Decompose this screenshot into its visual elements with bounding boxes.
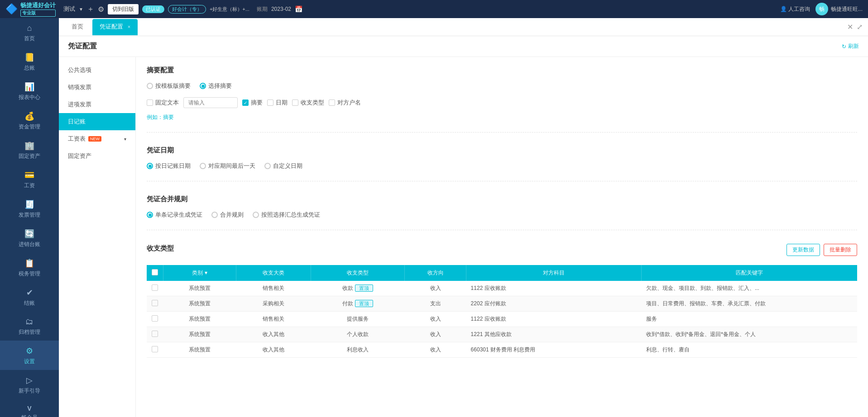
inner-layout: 公共选项 销项发票 进项发票 日记账 工资表 NEW ▾ 固定资产: [59, 57, 868, 417]
sidebar-item-settings[interactable]: ⚙ 设置: [0, 341, 59, 370]
cell-subject-4: 660301 财务费用 利息费用: [466, 342, 642, 358]
refresh-btn[interactable]: ↻ 刷新: [842, 43, 859, 50]
cell-keywords-0: 欠款、现金、项目款、到款、报销款、汇入、...: [642, 281, 857, 296]
sidebar-item-guide[interactable]: ▷ 新手引导: [0, 370, 59, 399]
cell-type-2: 提供服务: [311, 312, 405, 327]
logo: 🔷 畅捷通好会计 专业版: [5, 1, 60, 17]
cell-direction-2: 收入: [405, 312, 466, 327]
checkbox-counterparty[interactable]: 对方户名: [329, 99, 361, 107]
sidebar-item-label: 新手引导: [19, 387, 40, 395]
period-value: 2023-02: [271, 6, 291, 12]
sidebar-item-reports[interactable]: 📊 报表中心: [0, 76, 59, 106]
sidebar-item-label: 总账: [24, 64, 35, 72]
radio-template-summary[interactable]: 按模板版摘要: [147, 82, 191, 90]
sidebar-item-label: 工资: [24, 182, 35, 190]
date-section: 凭证日期 按日记账日期 对应期间最后一天 自定义日期: [147, 146, 857, 181]
cell-subject-3: 1221 其他应收款: [466, 327, 642, 342]
checkbox-payment-type[interactable]: 收支类型: [292, 99, 324, 107]
sidebar-item-payroll[interactable]: 💳 工资: [0, 165, 59, 194]
switch-old-btn[interactable]: 切到旧版: [108, 4, 139, 14]
checkbox-date[interactable]: 日期: [267, 99, 288, 107]
cell-keywords-3: 收到*借款、收到*备用金、退回*备用金、个人: [642, 327, 857, 342]
radio-daily-date[interactable]: 按日记账日期: [147, 162, 191, 170]
username[interactable]: 畅捷通旺旺...: [831, 5, 863, 13]
settlement-icon: ✔: [26, 288, 33, 298]
sidebar-item-label: 畅会员: [21, 414, 38, 417]
sidebar-item-ledger[interactable]: 📒 总账: [0, 47, 59, 76]
refresh-icon: ↻: [842, 43, 846, 50]
cell-subject-1: 2202 应付账款: [466, 296, 642, 312]
radio-circle-period: [200, 163, 206, 169]
fixed-assets-icon: 🏢: [24, 141, 34, 151]
add-icon[interactable]: ＋: [87, 5, 94, 14]
certified-badge: 已认证: [142, 5, 164, 13]
archive-icon: 🗂: [25, 317, 34, 327]
tab-close-icon[interactable]: ×: [128, 24, 130, 29]
row-checkbox-4[interactable]: [152, 346, 158, 352]
select-all-checkbox[interactable]: [152, 269, 158, 275]
sidebar-item-tax[interactable]: 📋 税务管理: [0, 253, 59, 282]
checkbox-box-counterparty: [329, 100, 335, 106]
sidebar-item-capital[interactable]: 💰 资金管理: [0, 106, 59, 135]
sidebar-item-archive[interactable]: 🗂 归档管理: [0, 312, 59, 341]
checkbox-box-date: [267, 100, 273, 106]
left-nav-public[interactable]: 公共选项: [59, 62, 135, 79]
payment-table: 类别 ▾ 收支大类 收支类型 收方向 对方科目 匹配关键字 系统预置 销售相关 …: [147, 265, 857, 358]
radio-custom-date[interactable]: 自定义日期: [264, 162, 302, 170]
summary-radio-group: 按模板版摘要 选择摘要: [147, 82, 857, 90]
left-nav-sales-invoice[interactable]: 销项发票: [59, 79, 135, 96]
left-nav-fixed-assets[interactable]: 固定资产: [59, 147, 135, 165]
cell-category-4: 系统预置: [163, 342, 236, 358]
sidebar-item-home[interactable]: ⌂ 首页: [0, 18, 59, 47]
cell-major-3: 收入其他: [236, 327, 311, 342]
purchase-icon: 🔄: [24, 229, 34, 239]
member-icon: V: [27, 405, 31, 412]
left-nav-daily-ledger[interactable]: 日记账: [59, 113, 135, 130]
sidebar-item-settlement[interactable]: ✔ 结账: [0, 282, 59, 312]
close-all-tabs-icon[interactable]: ✕: [847, 23, 853, 31]
service-btn[interactable]: 👤 人工咨询: [780, 5, 810, 13]
company-dropdown-icon[interactable]: ▼: [79, 7, 83, 12]
cell-direction-4: 收入: [405, 342, 466, 358]
fixed-text-input[interactable]: [183, 97, 238, 108]
radio-summary-gen[interactable]: 按照选择汇总生成凭证: [253, 211, 320, 219]
radio-select-summary[interactable]: 选择摘要: [200, 82, 232, 90]
sidebar-item-label: 发票管理: [19, 211, 40, 219]
tab-home[interactable]: 首页: [64, 19, 91, 35]
radio-period-last[interactable]: 对应期间最后一天: [200, 162, 255, 170]
settings-icon[interactable]: ⚙: [98, 5, 104, 14]
haoshengyi-badge: +好生意（标）+...: [210, 6, 249, 13]
batch-delete-btn[interactable]: 批量删除: [824, 244, 857, 256]
tab-voucher-config[interactable]: 凭证配置 ×: [92, 19, 138, 35]
left-nav-payroll-table[interactable]: 工资表 NEW ▾: [59, 130, 135, 147]
row-checkbox-2[interactable]: [152, 315, 158, 322]
calendar-icon[interactable]: 📅: [295, 5, 302, 13]
period-label: 账期: [257, 5, 268, 13]
type-tag-0: 置顶: [355, 284, 373, 292]
left-nav-purchase-invoice[interactable]: 进项发票: [59, 96, 135, 113]
radio-circle-template: [147, 83, 153, 89]
row-checkbox-0[interactable]: [152, 284, 158, 291]
sidebar-item-purchase-sales[interactable]: 🔄 进销台账: [0, 223, 59, 253]
checkbox-fixed-text[interactable]: 固定文本: [147, 99, 179, 107]
col-category: 类别 ▾: [163, 265, 236, 281]
guide-icon: ▷: [26, 375, 33, 385]
capital-icon: 💰: [24, 111, 34, 121]
sidebar-item-invoice[interactable]: 🧾 发票管理: [0, 194, 59, 223]
checkbox-summary[interactable]: ✓ 摘要: [242, 99, 263, 107]
col-type: 收支类型: [311, 265, 405, 281]
company-name[interactable]: 测试: [63, 5, 75, 13]
table-row: 系统预置 收入其他 利息收入 收入 660301 财务费用 利息费用 利息、行转…: [147, 342, 857, 358]
row-checkbox-1[interactable]: [152, 300, 158, 306]
radio-merge-rule[interactable]: 合并规则: [211, 211, 244, 219]
row-checkbox-3[interactable]: [152, 331, 158, 337]
cell-direction-3: 收入: [405, 327, 466, 342]
sidebar-item-member[interactable]: V 畅会员: [0, 399, 59, 417]
radio-single-voucher[interactable]: 单条记录生成凭证: [147, 211, 202, 219]
reports-icon: 📊: [24, 82, 34, 92]
ledger-icon: 📒: [24, 52, 34, 62]
expand-tab-icon[interactable]: ⤢: [857, 23, 863, 31]
sidebar-item-fixed-assets[interactable]: 🏢 固定资产: [0, 135, 59, 165]
col-subject: 对方科目: [466, 265, 642, 281]
update-data-btn[interactable]: 更新数据: [786, 244, 820, 256]
